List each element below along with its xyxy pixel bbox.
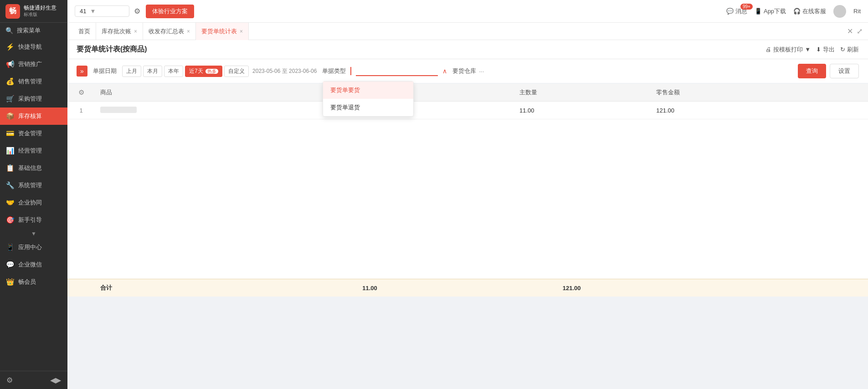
tab-collect-send[interactable]: 收发存汇总表 × xyxy=(143,23,196,40)
dropdown-item-order-goods[interactable]: 要货单要货 xyxy=(323,82,413,99)
avatar xyxy=(833,5,846,18)
logo-subtitle: 标准版 xyxy=(24,11,56,18)
dropdown-item-order-return[interactable]: 要货单退货 xyxy=(323,99,413,116)
tab-expand-icon[interactable]: ⤢ xyxy=(857,27,863,36)
cell-index: 1 xyxy=(67,102,95,119)
sidebar-item-enterprise[interactable]: 🤝 企业协同 xyxy=(0,194,67,211)
sidebar-item-guide[interactable]: 🎯 新手引导 xyxy=(0,211,67,229)
custom-date-btn[interactable]: 自定义 xyxy=(224,66,249,77)
sidebar-item-operation[interactable]: 📊 经营管理 xyxy=(0,142,67,159)
trial-btn[interactable]: 体验行业方案 xyxy=(146,5,194,18)
topbar: 41 ▼ ⚙ 体验行业方案 💬 消息 99+ 📱 App下载 🎧 在线客服 Ri… xyxy=(67,0,868,23)
sidebar-collapse-icon[interactable]: ◀▶ xyxy=(50,376,61,384)
tabbar: 首页 库存批次账 × 收发存汇总表 × 要货单统计表 × ✕ ⤢ xyxy=(67,23,868,40)
tab-order-stats-label: 要货单统计表 xyxy=(201,27,237,36)
warehouse-filter-group: 要货仓库 ··· xyxy=(452,67,484,75)
export-btn[interactable]: ⬇ 导出 xyxy=(816,46,835,54)
cell-quantity[interactable]: 11.00 xyxy=(514,102,651,119)
date-range-group: 上月 本月 本年 近7天 热多 自定义 2023-05-06 至 2023-06… xyxy=(122,66,317,77)
tab-home[interactable]: 首页 xyxy=(73,23,96,40)
search-label: 搜索菜单 xyxy=(17,26,41,35)
enterprise-icon: 🤝 xyxy=(5,199,15,207)
sidebar-item-basic-label: 基础信息 xyxy=(18,164,62,172)
settings-btn[interactable]: 设置 xyxy=(830,64,859,78)
export-label: 导出 xyxy=(823,46,835,54)
sidebar-item-basic[interactable]: 📋 基础信息 xyxy=(0,159,67,177)
tab-collect-send-label: 收发存汇总表 xyxy=(149,27,184,36)
sidebar-scroll-down[interactable]: ▼ xyxy=(0,229,67,239)
summary-quantity: 11.00 xyxy=(357,279,557,297)
sidebar-settings-icon[interactable]: ⚙ xyxy=(6,376,13,384)
sidebar-item-marketing[interactable]: 📢 营销推广 xyxy=(0,56,67,73)
sidebar-item-corp-wechat[interactable]: 💬 企业微信 xyxy=(0,256,67,273)
sidebar-item-corp-wechat-label: 企业微信 xyxy=(18,261,62,269)
page-header: 要货单统计表(按商品) 🖨 按模板打印 ▼ ⬇ 导出 ↻ 刷新 xyxy=(67,40,868,59)
tab-batch-account[interactable]: 库存批次账 × xyxy=(96,23,143,40)
topbar-settings-icon[interactable]: ⚙ xyxy=(134,7,140,15)
date-label: 单据日期 xyxy=(93,67,117,75)
table-settings-icon[interactable]: ⚙ xyxy=(78,88,84,96)
table-container: ⚙ 商品 主计量单位 主数量 零售金额 1 xyxy=(67,84,868,119)
operation-icon: 📊 xyxy=(5,147,15,155)
query-btn[interactable]: 查询 xyxy=(798,64,826,78)
sidebar-item-app-center[interactable]: 📱 应用中心 xyxy=(0,239,67,256)
sidebar-item-system[interactable]: 🔧 系统管理 xyxy=(0,177,67,194)
refresh-btn[interactable]: ↻ 刷新 xyxy=(840,46,859,54)
logo: 畅 畅捷通好生意 标准版 xyxy=(0,0,67,23)
this-month-btn[interactable]: 本月 xyxy=(143,66,162,77)
hot-badge: 热多 xyxy=(205,69,218,74)
sidebar-search[interactable]: 🔍 搜索菜单 xyxy=(0,23,67,38)
app-download-btn[interactable]: 📱 App下载 xyxy=(755,7,786,15)
cell-product xyxy=(95,102,321,119)
summary-row: 合计 11.00 121.00 xyxy=(67,279,868,297)
table-row: 1 块 11.00 121.00 xyxy=(67,102,868,119)
sidebar-item-quick-nav[interactable]: ⚡ 快捷导航 xyxy=(0,38,67,56)
username[interactable]: Rit xyxy=(853,8,861,15)
topbar-right: 💬 消息 99+ 📱 App下载 🎧 在线客服 Rit xyxy=(726,5,861,18)
summary-amount: 121.00 xyxy=(557,279,783,297)
filter-bar: » 单据日期 上月 本月 本年 近7天 热多 自定义 2023-05-06 至 … xyxy=(67,59,868,83)
marketing-icon: 📢 xyxy=(5,60,15,68)
print-btn[interactable]: 🖨 按模板打印 ▼ xyxy=(765,46,811,54)
filter-btns: 查询 设置 xyxy=(798,64,859,78)
print-label: 按模板打印 xyxy=(773,46,803,54)
type-dropdown-btn[interactable]: ∧ xyxy=(442,67,447,75)
filter-expand-btn[interactable]: » xyxy=(77,66,87,77)
finance-icon: 💳 xyxy=(5,129,15,138)
logo-icon: 畅 xyxy=(5,4,20,19)
tab-batch-account-close[interactable]: × xyxy=(134,28,137,35)
system-icon: 🔧 xyxy=(5,181,15,189)
sidebar-item-purchase[interactable]: 🛒 采购管理 xyxy=(0,90,67,107)
sidebar-item-finance[interactable]: 💳 资金管理 xyxy=(0,125,67,142)
cell-amount[interactable]: 121.00 xyxy=(651,102,816,119)
type-input[interactable] xyxy=(356,67,438,76)
sidebar-item-app-center-label: 应用中心 xyxy=(18,243,62,251)
th-product: 商品 xyxy=(95,84,321,102)
tab-collect-send-close[interactable]: × xyxy=(187,28,190,35)
message-btn[interactable]: 💬 消息 99+ xyxy=(726,7,747,15)
date-range-display: 2023-05-06 至 2023-06-06 xyxy=(252,67,317,75)
sidebar-item-sales[interactable]: 💰 销售管理 xyxy=(0,73,67,90)
type-filter-group: 单据类型 ∧ xyxy=(322,67,447,76)
last-month-btn[interactable]: 上月 xyxy=(122,66,141,77)
app-label: App下载 xyxy=(764,7,786,15)
service-label: 在线客服 xyxy=(802,7,826,15)
message-icon: 💬 xyxy=(726,8,734,15)
store-selector[interactable]: 41 ▼ xyxy=(75,5,129,17)
last-7-days-btn[interactable]: 近7天 热多 xyxy=(185,66,222,77)
app-icon: 📱 xyxy=(755,8,762,15)
sidebar-item-inventory[interactable]: 📦 库存核算 xyxy=(0,107,67,125)
tab-close-all-icon[interactable]: ✕ xyxy=(847,27,853,36)
service-btn[interactable]: 🎧 在线客服 xyxy=(793,7,826,15)
tab-order-stats[interactable]: 要货单统计表 × xyxy=(196,23,249,40)
sales-icon: 💰 xyxy=(5,77,15,86)
sidebar-item-sales-label: 销售管理 xyxy=(18,77,62,86)
store-selector-arrow: ▼ xyxy=(90,8,96,15)
this-year-btn[interactable]: 本年 xyxy=(164,66,183,77)
sidebar-item-member[interactable]: 👑 畅会员 xyxy=(0,273,67,291)
th-settings: ⚙ xyxy=(67,84,95,102)
warehouse-dots[interactable]: ··· xyxy=(479,68,484,75)
product-placeholder xyxy=(100,107,137,113)
tab-home-label: 首页 xyxy=(78,27,90,36)
tab-order-stats-close[interactable]: × xyxy=(240,28,243,35)
